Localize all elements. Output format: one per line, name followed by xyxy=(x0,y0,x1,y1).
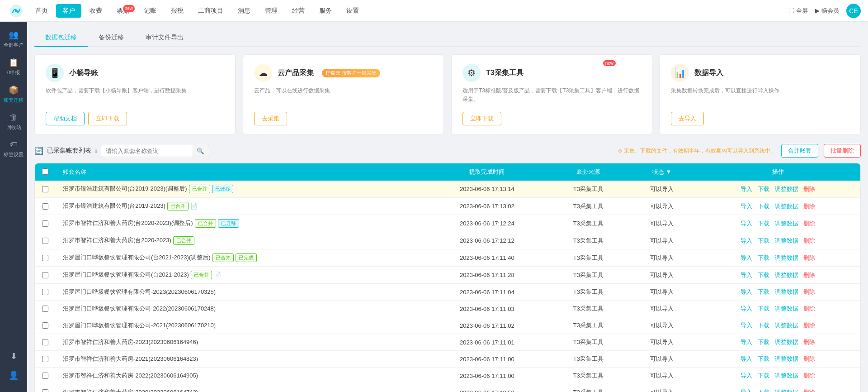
row-checkbox[interactable] xyxy=(42,203,48,210)
adjust-link[interactable]: 调整数据 xyxy=(775,339,798,345)
download-link[interactable]: 下载 xyxy=(758,322,769,329)
row-checkbox[interactable] xyxy=(42,322,48,329)
card-action-btn[interactable]: 立即下载 xyxy=(88,112,127,125)
nav-item-消息[interactable]: 消息 xyxy=(231,4,257,18)
nav-item-设置[interactable]: 设置 xyxy=(340,4,365,18)
sidebar-item-账套迁移[interactable]: 📦账套迁移 xyxy=(0,81,27,108)
logo[interactable] xyxy=(7,2,25,20)
import-link[interactable]: 导入 xyxy=(741,339,752,345)
download-link[interactable]: 下载 xyxy=(758,355,769,362)
delete-link[interactable]: 删除 xyxy=(803,203,815,210)
card-action-btn[interactable]: 立即下载 xyxy=(462,112,501,125)
card-action-btn[interactable]: 去导入 xyxy=(671,112,704,125)
import-link[interactable]: 导入 xyxy=(741,355,752,362)
import-link[interactable]: 导入 xyxy=(741,237,752,244)
row-checkbox[interactable] xyxy=(42,186,48,192)
row-checkbox[interactable] xyxy=(42,339,48,345)
adjust-link[interactable]: 调整数据 xyxy=(775,203,798,210)
nav-item-首页[interactable]: 首页 xyxy=(29,4,54,18)
card-action-btn[interactable]: 帮助文档 xyxy=(46,112,85,125)
delete-link[interactable]: 删除 xyxy=(803,372,815,379)
delete-link[interactable]: 删除 xyxy=(803,237,815,244)
select-all-checkbox[interactable] xyxy=(42,168,48,175)
nav-item-客户[interactable]: 客户 xyxy=(56,4,81,18)
row-checkbox[interactable] xyxy=(42,272,48,278)
row-checkbox[interactable] xyxy=(42,289,48,295)
delete-link[interactable]: 删除 xyxy=(803,254,815,261)
download-link[interactable]: 下载 xyxy=(758,220,769,227)
sidebar-item-回收站[interactable]: 🗑回收站 xyxy=(0,108,27,135)
download-link[interactable]: 下载 xyxy=(758,186,769,192)
delete-link[interactable]: 删除 xyxy=(803,305,815,312)
delete-link[interactable]: 删除 xyxy=(803,272,815,278)
import-link[interactable]: 导入 xyxy=(741,288,752,295)
merge-button[interactable]: 合并账套 xyxy=(781,144,818,158)
delete-link[interactable]: 删除 xyxy=(803,322,815,329)
nav-item-收费[interactable]: 收费 xyxy=(83,4,108,18)
tab-备份迁移[interactable]: 备份迁移 xyxy=(88,29,135,47)
delete-link[interactable]: 删除 xyxy=(803,339,815,345)
tab-审计文件导出[interactable]: 审计文件导出 xyxy=(135,29,194,47)
delete-link[interactable]: 删除 xyxy=(803,186,815,192)
nav-item-记账[interactable]: 记账 xyxy=(137,4,163,18)
adjust-link[interactable]: 调整数据 xyxy=(775,272,798,278)
row-checkbox[interactable] xyxy=(42,238,48,244)
nav-item-票据[interactable]: 票据new xyxy=(110,4,136,18)
nav-item-经营[interactable]: 经营 xyxy=(286,4,311,18)
import-link[interactable]: 导入 xyxy=(741,186,752,192)
import-link[interactable]: 导入 xyxy=(741,389,752,392)
batch-delete-button[interactable]: 批量删除 xyxy=(824,144,861,158)
download-link[interactable]: 下载 xyxy=(758,203,769,210)
nav-item-服务[interactable]: 服务 xyxy=(313,4,338,18)
download-link[interactable]: 下载 xyxy=(758,305,769,312)
import-link[interactable]: 导入 xyxy=(741,272,752,278)
delete-link[interactable]: 删除 xyxy=(803,220,815,227)
tab-数据包迁移[interactable]: 数据包迁移 xyxy=(34,29,88,47)
nav-item-管理[interactable]: 管理 xyxy=(259,4,284,18)
search-button[interactable]: 🔍 xyxy=(192,145,209,157)
col-header-checkbox[interactable] xyxy=(35,163,56,181)
download-link[interactable]: 下载 xyxy=(758,272,769,278)
import-link[interactable]: 导入 xyxy=(741,254,752,261)
member-btn[interactable]: ▶ 畅会员 xyxy=(815,7,839,15)
import-link[interactable]: 导入 xyxy=(741,220,752,227)
download-link[interactable]: 下载 xyxy=(758,237,769,244)
sidebar-item-全部客户[interactable]: 👥全部客户 xyxy=(0,25,27,53)
adjust-link[interactable]: 调整数据 xyxy=(775,305,798,312)
adjust-link[interactable]: 调整数据 xyxy=(775,288,798,295)
nav-item-报税[interactable]: 报税 xyxy=(165,4,190,18)
download-link[interactable]: 下载 xyxy=(758,372,769,379)
sidebar-bottom-item[interactable]: ⬇ xyxy=(6,347,21,366)
adjust-link[interactable]: 调整数据 xyxy=(775,389,798,392)
download-link[interactable]: 下载 xyxy=(758,389,769,392)
adjust-link[interactable]: 调整数据 xyxy=(775,186,798,192)
sidebar-item-标签设置[interactable]: 🏷标签设置 xyxy=(0,135,27,163)
sidebar-bottom-item[interactable]: 👤 xyxy=(6,366,21,385)
nav-item-工商项目[interactable]: 工商项目 xyxy=(192,4,230,18)
row-checkbox[interactable] xyxy=(42,220,48,227)
delete-link[interactable]: 删除 xyxy=(803,288,815,295)
adjust-link[interactable]: 调整数据 xyxy=(775,237,798,244)
row-checkbox[interactable] xyxy=(42,356,48,362)
adjust-link[interactable]: 调整数据 xyxy=(775,322,798,329)
card-action-btn[interactable]: 去采集 xyxy=(254,112,287,125)
row-checkbox[interactable] xyxy=(42,389,48,392)
delete-link[interactable]: 删除 xyxy=(803,355,815,362)
search-input[interactable] xyxy=(101,145,192,157)
import-link[interactable]: 导入 xyxy=(741,203,752,210)
adjust-link[interactable]: 调整数据 xyxy=(775,355,798,362)
adjust-link[interactable]: 调整数据 xyxy=(775,372,798,379)
download-link[interactable]: 下载 xyxy=(758,254,769,261)
row-checkbox[interactable] xyxy=(42,255,48,261)
import-link[interactable]: 导入 xyxy=(741,305,752,312)
row-checkbox[interactable] xyxy=(42,373,48,379)
user-avatar[interactable]: CE xyxy=(846,4,861,18)
download-link[interactable]: 下载 xyxy=(758,339,769,345)
delete-link[interactable]: 删除 xyxy=(803,389,815,392)
col-header-status[interactable]: 状态 ▼ xyxy=(628,163,695,181)
adjust-link[interactable]: 调整数据 xyxy=(775,254,798,261)
sidebar-item-0申报[interactable]: 📋0申报 xyxy=(0,53,27,81)
row-checkbox[interactable] xyxy=(42,306,48,312)
download-link[interactable]: 下载 xyxy=(758,288,769,295)
import-link[interactable]: 导入 xyxy=(741,372,752,379)
